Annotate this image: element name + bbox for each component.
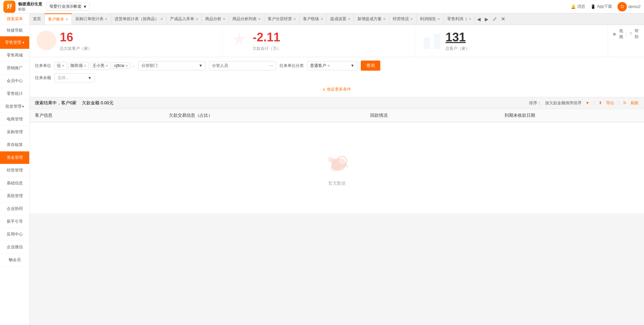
app-subtitle: 标版 (18, 7, 42, 11)
sidebar-item-chang-member[interactable]: 畅会员 (0, 254, 29, 266)
avatar-image: D (617, 2, 627, 11)
tab-close-ops-situation[interactable]: ✕ (410, 17, 413, 21)
sidebar-item-system-mgmt[interactable]: 系统管理 (0, 190, 29, 203)
sidebar-item-ecommerce-mgmt[interactable]: 电商管理 (0, 113, 29, 126)
tab-close-retail-profit[interactable]: ✕ (469, 17, 471, 21)
stat-card-overdue-customers: ¥ 16 总欠款客户（家） (30, 25, 222, 57)
tab-expand-button[interactable]: ⤢ (490, 16, 499, 22)
overdue-customers-number: 16 (60, 30, 92, 44)
tab-close-inventory-stats[interactable]: ✕ (160, 17, 163, 21)
sidebar-item-purchase-mgmt[interactable]: 采购管理 (0, 126, 29, 139)
table-col-overdue-info: 欠款交易信息（占比） (169, 112, 370, 118)
sidebar-item-basic-info[interactable]: 基础信息 (0, 177, 29, 190)
sidebar-item-retail-mall[interactable]: 零售商城 (0, 49, 29, 62)
help-link[interactable]: 帮助 (635, 28, 639, 40)
video-link[interactable]: 视频 (619, 28, 623, 40)
tab-profit-report[interactable]: 利润报告 ✕ (417, 13, 444, 25)
sidebar-item-retail-stats[interactable]: 零售统计 (0, 87, 29, 100)
tab-customer-book[interactable]: 客户账本 ✕ (45, 13, 72, 25)
app-logo: 好 (3, 1, 15, 13)
tab-commission-settings[interactable]: 提成设置 ✕ (327, 13, 354, 25)
sidebar-item-retail-mgmt[interactable]: 零售管理 ▾ (0, 36, 29, 49)
unit-tag-wangxl[interactable]: 王小亮 ✕ (90, 62, 111, 70)
sidebar-item-app-center[interactable]: 应用中心 (0, 228, 29, 241)
chevron-right-icon: ▾ (23, 41, 24, 44)
account-selector[interactable]: 母婴行业演示帐套 ▼ (46, 2, 90, 11)
sidebar-item-newbie-guide[interactable]: 新手引导 (0, 215, 29, 228)
svg-rect-4 (434, 34, 440, 49)
svg-rect-8 (435, 35, 437, 37)
tab-close-customer-tier[interactable]: ✕ (293, 17, 296, 21)
notifications-button[interactable]: 🔔 消息 (571, 4, 585, 9)
tab-customer-contact[interactable]: 客户联络 ✕ (300, 13, 327, 25)
overdue-customers-label: 总欠款客户（家） (60, 46, 92, 51)
unit-tag-cjttcw[interactable]: cjttcw ✕ (112, 62, 130, 69)
remove-tag-chenmq[interactable]: ✕ (84, 64, 86, 68)
sidebar-item-finance-mgmt[interactable]: 资金管理 (0, 151, 29, 164)
remove-tag-cjttcw[interactable]: ✕ (125, 64, 128, 68)
sort-label: 排序： (529, 100, 541, 106)
tab-new-commission-plan[interactable]: 新增提成方案 ✕ (354, 13, 389, 25)
download-icon: 📱 (591, 4, 596, 9)
staff-filter-dropdown[interactable]: 分管人员 ••• (209, 61, 276, 70)
tab-close-all-button[interactable]: ✕ (499, 16, 507, 22)
app-title: 畅捷通好生意 (18, 2, 42, 7)
user-avatar[interactable]: D demo2 (617, 2, 641, 11)
tab-close-new-commission-plan[interactable]: ✕ (383, 17, 386, 21)
sort-by-amount[interactable]: 按欠款金额倒序排序 (545, 100, 582, 106)
tab-retail-profit[interactable]: 零售利润（ ✕ (444, 13, 475, 25)
sidebar-quick-nav[interactable]: 快捷导航 (0, 25, 29, 36)
collapse-filters-button[interactable]: ∧ 收起更多条件 (323, 86, 351, 92)
tab-home[interactable]: 首页 (30, 13, 45, 25)
table-header: 客户信息 欠款交易信息（占比） 回款情况 到期未收款日期 (30, 109, 644, 122)
remove-unit-class[interactable]: ✕ (327, 64, 330, 68)
tab-close-commission-settings[interactable]: ✕ (348, 17, 350, 21)
empty-state: 暂无数据 (30, 122, 644, 213)
tab-close-purchase-order-stats[interactable]: ✕ (105, 17, 108, 21)
empty-state-icon (324, 149, 350, 176)
remove-tag-wangxl[interactable]: ✕ (105, 64, 108, 68)
tab-ops-situation[interactable]: 经营情况 ✕ (389, 13, 417, 25)
tab-product-analysis-list[interactable]: 商品分析列表 ✕ (229, 13, 264, 25)
tab-nav-prev[interactable]: ◀ (475, 16, 483, 22)
tab-close-product-analysis[interactable]: ✕ (223, 17, 225, 21)
sidebar-search[interactable]: 搜索菜单 (0, 13, 29, 25)
separator2: | (618, 101, 619, 105)
export-button[interactable]: 导出 (606, 100, 614, 106)
query-button[interactable]: 查询 (361, 61, 380, 71)
unit-tags-more[interactable]: ... (132, 63, 135, 68)
tab-close-product-inbound[interactable]: ✕ (196, 17, 198, 21)
empty-text: 暂无数据 (328, 180, 346, 186)
tab-close-product-analysis-list[interactable]: ✕ (258, 17, 261, 21)
dept-filter-dropdown[interactable]: 分管部门 ▼ (138, 61, 206, 70)
svg-text:¥: ¥ (44, 36, 49, 45)
tab-close-customer-book[interactable]: ✕ (66, 17, 68, 21)
sidebar-item-ops-mgmt[interactable]: 经营管理 (0, 164, 29, 177)
unit-tag-chenmq[interactable]: 陈民强 ✕ (68, 62, 89, 70)
svg-rect-7 (425, 42, 427, 44)
sidebar-item-marketing[interactable]: 营销推广 (0, 62, 29, 75)
sidebar-item-wholesale-mgmt[interactable]: 批发管理▾ (0, 100, 29, 113)
tab-customer-tier[interactable]: 客户分层经营 ✕ (264, 13, 300, 25)
tab-product-analysis[interactable]: 商品分析 ✕ (202, 13, 229, 25)
badge-icon (229, 30, 249, 50)
unit-filter-label: 往来单位 (35, 63, 51, 69)
tab-product-inbound[interactable]: 产成品入库单 ✕ (167, 13, 202, 25)
tab-inventory-stats[interactable]: 进货单统计表（按商品） ✕ (111, 13, 167, 25)
sidebar-item-member-center[interactable]: 会员中心 (0, 75, 29, 87)
tab-nav-next[interactable]: ▶ (483, 16, 490, 22)
unit-tag-wu[interactable]: 伍 ✕ (54, 62, 67, 70)
balance-filter-dropdown[interactable]: 选择... ▼ (54, 73, 95, 82)
sidebar-item-enterprise-collab[interactable]: 企业协同 (0, 203, 29, 215)
tab-purchase-order-stats[interactable]: 采购订单统计表 ✕ (72, 13, 111, 25)
sidebar-item-enterprise-wechat[interactable]: 企业微信 (0, 241, 29, 254)
refresh-button[interactable]: 刷新 (631, 100, 639, 106)
tab-close-customer-contact[interactable]: ✕ (320, 17, 323, 21)
remove-tag-wu[interactable]: ✕ (62, 64, 65, 68)
tab-close-profit-report[interactable]: ✕ (437, 17, 440, 21)
app-download-button[interactable]: 📱 App下载 (591, 4, 612, 9)
unit-class-dropdown[interactable]: 普通客户 ✕ ▼ (307, 61, 357, 70)
chevron-down-icon: ▼ (88, 76, 92, 80)
video-icon: ▶ (613, 32, 616, 36)
sidebar-item-inventory[interactable]: 库存核算 (0, 139, 29, 151)
